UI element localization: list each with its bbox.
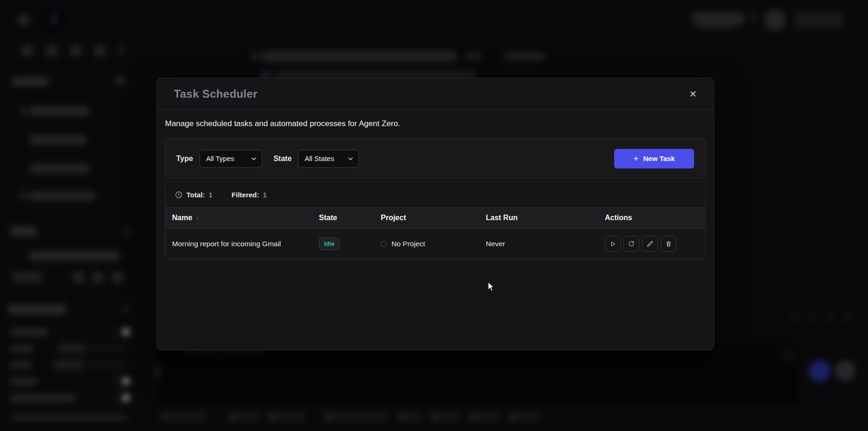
type-filter-select[interactable]: All Types	[199, 150, 262, 168]
status-badge: Idle	[319, 237, 339, 250]
sort-asc-icon: ↑	[196, 215, 199, 222]
chevron-down-icon	[347, 155, 354, 162]
type-filter-label: Type	[176, 155, 193, 163]
new-task-button[interactable]: + New Task	[614, 149, 694, 168]
table-row[interactable]: Morning report for incoming Gmail Idle N…	[166, 229, 705, 259]
modal-title: Task Scheduler	[174, 88, 258, 101]
delete-task-button[interactable]	[661, 236, 676, 252]
filtered-value: 1	[263, 191, 266, 199]
column-header-lastrun[interactable]: Last Run	[486, 214, 605, 222]
task-scheduler-modal: Task Scheduler ✕ Manage scheduled tasks …	[157, 78, 714, 350]
project-circle-icon	[381, 241, 387, 247]
column-header-name[interactable]: Name↑	[172, 214, 319, 222]
modal-header: Task Scheduler ✕	[157, 78, 714, 110]
new-task-label: New Task	[643, 155, 675, 162]
type-filter-value: All Types	[206, 155, 234, 162]
filtered-label: Filtered:	[232, 191, 259, 199]
stats-row: Total: 1 · Filtered: 1	[166, 182, 705, 207]
state-filter-select[interactable]: All States	[298, 150, 359, 168]
plus-icon: +	[633, 154, 638, 164]
column-header-project[interactable]: Project	[381, 214, 486, 222]
project-cell: No Project	[381, 240, 486, 248]
column-header-actions: Actions	[605, 214, 698, 222]
project-name: No Project	[391, 240, 425, 248]
tasks-table: Total: 1 · Filtered: 1 Name↑ State Proje…	[165, 182, 706, 259]
play-icon	[609, 240, 616, 248]
state-filter-value: All States	[305, 155, 334, 162]
clock-icon	[175, 191, 183, 199]
state-filter-label: State	[273, 155, 292, 163]
task-name: Morning report for incoming Gmail	[172, 240, 319, 248]
edit-task-button[interactable]	[642, 236, 658, 252]
close-icon[interactable]: ✕	[687, 88, 699, 101]
column-header-state[interactable]: State	[319, 214, 381, 222]
actions-cell	[605, 236, 698, 252]
pencil-icon	[646, 240, 654, 248]
reload-task-button[interactable]	[623, 236, 639, 252]
trash-icon	[665, 240, 672, 248]
refresh-icon	[628, 240, 635, 248]
run-task-button[interactable]	[605, 236, 621, 252]
last-run-value: Never	[486, 240, 605, 248]
stats-separator: ·	[221, 191, 223, 199]
filter-panel: Type All Types State All States + New Ta…	[165, 138, 706, 179]
total-label: Total:	[186, 191, 205, 199]
total-value: 1	[209, 191, 212, 199]
modal-subtitle: Manage scheduled tasks and automated pro…	[165, 119, 706, 128]
table-header-row: Name↑ State Project Last Run Actions	[166, 207, 705, 229]
chevron-down-icon	[251, 155, 257, 162]
